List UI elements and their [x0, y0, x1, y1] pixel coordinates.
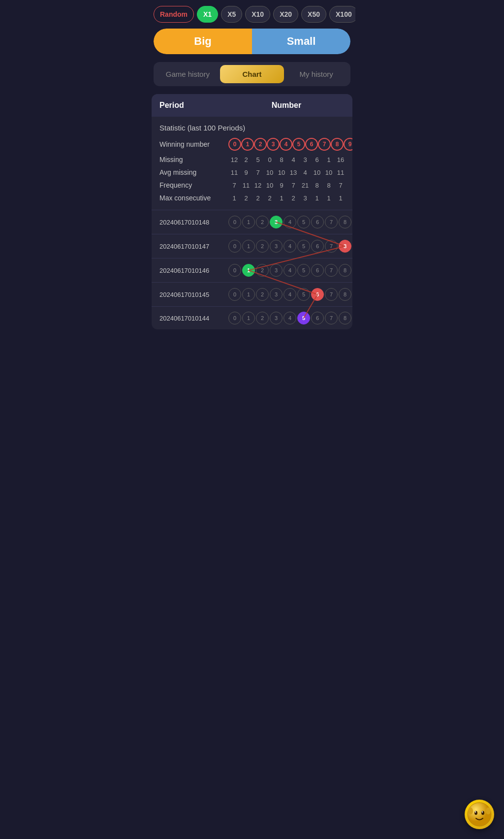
win-circle-7: 7	[318, 138, 331, 151]
maxcon-val-9: 1	[335, 194, 346, 202]
missing-label: Missing	[159, 156, 228, 163]
num-6-row4: 6	[311, 288, 324, 301]
random-button[interactable]: Random	[154, 6, 194, 23]
x5-button[interactable]: X5	[221, 6, 242, 23]
num-5-row3: 5	[297, 264, 310, 277]
history-row-4: 20240617010145 0 1 2 3 4 5 6 7 8 9 B	[152, 282, 352, 306]
avg-val-8: 10	[323, 169, 335, 176]
maxcon-val-2: 2	[252, 194, 264, 202]
x10-button[interactable]: X10	[245, 6, 270, 23]
maxcon-val-3: 2	[264, 194, 276, 202]
num-5-row5: 5	[297, 312, 310, 324]
num-2-row2: 2	[256, 240, 269, 253]
number-circles-1: 0 1 2 3 4 5 6 7 8 9	[228, 216, 352, 228]
num-0-row1: 0	[228, 216, 241, 228]
period-label-3: 20240617010146	[159, 267, 228, 274]
num-2-row1: 2	[256, 216, 269, 228]
history-row-5: 20240617010144 0 1 2 3 4 5 6 7 8 9	[152, 306, 352, 329]
number-circles-3: 0 1 2 3 4 5 6 7 8 9	[228, 264, 352, 277]
max-consecutive-row: Max consecutive 1 2 2 2 1 2 3 1 1 1	[159, 194, 345, 202]
num-1-row1: 1	[242, 216, 255, 228]
header-number: Number	[228, 101, 345, 110]
tab-bar: Game history Chart My history	[154, 62, 350, 86]
history-row-1: 20240617010148 0 1 2 3 4 5 6 7 8 9 S	[152, 210, 352, 234]
num-0-row2: 0	[228, 240, 241, 253]
winning-number-label: Winning number	[159, 140, 228, 148]
small-button[interactable]: Small	[252, 29, 350, 54]
missing-val-3: 0	[264, 156, 276, 163]
maxcon-val-6: 3	[299, 194, 311, 202]
big-button[interactable]: Big	[154, 29, 252, 54]
num-6-row5: 6	[311, 312, 324, 324]
maxcon-val-4: 1	[276, 194, 287, 202]
num-1-row4: 1	[242, 288, 255, 301]
win-circle-1: 1	[241, 138, 254, 151]
avg-val-2: 7	[252, 169, 264, 176]
freq-val-7: 8	[311, 182, 323, 189]
period-label-1: 20240617010148	[159, 219, 228, 226]
avg-val-1: 9	[240, 169, 252, 176]
num-4-row5: 4	[284, 312, 296, 324]
num-1-row5: 1	[242, 312, 255, 324]
num-1-row3: 1	[242, 264, 255, 277]
frequency-values: 7 11 12 10 9 7 21 8 8 7	[228, 182, 346, 189]
freq-val-5: 7	[287, 182, 299, 189]
tab-my-history[interactable]: My history	[284, 65, 348, 83]
multiplier-bar: Random X1 X5 X10 X20 X50 X100	[149, 0, 355, 29]
avg-val-3: 10	[264, 169, 276, 176]
freq-val-3: 10	[264, 182, 276, 189]
big-small-bar: Big Small	[154, 29, 350, 54]
num-2-row4: 2	[256, 288, 269, 301]
x100-button[interactable]: X100	[329, 6, 355, 23]
num-5-row2: 5	[297, 240, 310, 253]
number-circles-5: 0 1 2 3 4 5 6 7 8 9	[228, 312, 352, 324]
num-7-row4: 7	[325, 288, 338, 301]
num-8-row5: 8	[339, 312, 351, 324]
history-row-2: 20240617010147 0 1 2 3 4 5 6 7 8 9 B	[152, 234, 352, 258]
maxcon-val-7: 1	[311, 194, 323, 202]
table-header: Period Number	[152, 94, 352, 117]
win-circle-4: 4	[280, 138, 292, 151]
period-label-2: 20240617010147	[159, 243, 228, 250]
win-circle-2: 2	[254, 138, 267, 151]
winning-circles: 0 1 2 3 4 5 6 7 8 9	[228, 138, 352, 151]
max-consecutive-label: Max consecutive	[159, 194, 228, 202]
num-8-row4: 8	[339, 288, 351, 301]
history-rows-wrapper: 20240617010148 0 1 2 3 4 5 6 7 8 9 S 202…	[152, 210, 352, 329]
num-5-row4: 5	[297, 288, 310, 301]
num-0-row5: 0	[228, 312, 241, 324]
num-2-row3: 2	[256, 264, 269, 277]
avg-val-4: 10	[276, 169, 287, 176]
tab-game-history[interactable]: Game history	[156, 65, 220, 83]
missing-val-8: 1	[323, 156, 335, 163]
avg-missing-label: Avg missing	[159, 168, 228, 176]
missing-val-2: 5	[252, 156, 264, 163]
num-4-row1: 4	[284, 216, 296, 228]
x1-button[interactable]: X1	[197, 6, 218, 23]
tab-chart[interactable]: Chart	[220, 65, 284, 83]
chart-container: Period Number Statistic (last 100 Period…	[152, 94, 352, 329]
num-8-row1: 8	[339, 216, 351, 228]
x50-button[interactable]: X50	[301, 6, 326, 23]
num-6-row1: 6	[311, 216, 324, 228]
avg-missing-values: 11 9 7 10 10 13 4 10 10 11	[228, 169, 346, 176]
num-3-row4: 3	[270, 288, 283, 301]
header-period: Period	[159, 101, 228, 110]
missing-val-0: 12	[228, 156, 240, 163]
win-circle-0: 0	[228, 138, 241, 151]
num-2-row5: 2	[256, 312, 269, 324]
num-7-row3: 7	[325, 264, 338, 277]
win-circle-5: 5	[292, 138, 305, 151]
avg-missing-row: Avg missing 11 9 7 10 10 13 4 10 10 11	[159, 168, 345, 176]
maxcon-val-1: 2	[240, 194, 252, 202]
num-5-row1: 5	[297, 216, 310, 228]
max-consecutive-values: 1 2 2 2 1 2 3 1 1 1	[228, 194, 346, 202]
x20-button[interactable]: X20	[273, 6, 298, 23]
num-7-row5: 7	[325, 312, 338, 324]
freq-val-1: 11	[240, 182, 252, 189]
num-3-row5: 3	[270, 312, 283, 324]
avg-val-9: 11	[335, 169, 346, 176]
missing-val-9: 16	[335, 156, 346, 163]
freq-val-0: 7	[228, 182, 240, 189]
missing-val-5: 4	[287, 156, 299, 163]
